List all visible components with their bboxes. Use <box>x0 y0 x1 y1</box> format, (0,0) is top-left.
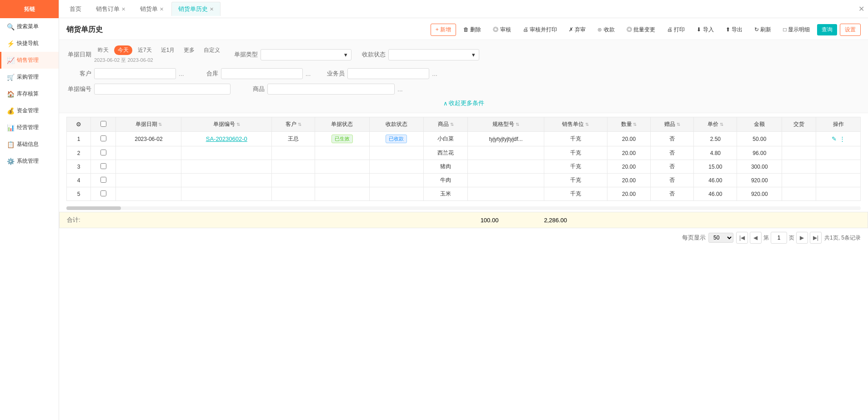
new-button[interactable]: + 新增 <box>431 24 456 36</box>
sidebar-item-finance[interactable]: 💰 资金管理 <box>0 102 59 119</box>
date-chip-7days[interactable]: 近7天 <box>134 45 156 55</box>
sidebar-item-sales-mgmt[interactable]: 📈 销售管理 <box>0 52 59 69</box>
select-all-checkbox[interactable] <box>100 121 106 127</box>
col-settings[interactable]: ⚙ <box>67 117 91 132</box>
date-chip-more[interactable]: 更多 <box>180 45 198 55</box>
query-button[interactable]: 查询 <box>817 24 837 35</box>
page-size-select[interactable]: 50 100 200 <box>708 233 733 243</box>
row-select-checkbox[interactable] <box>100 190 106 196</box>
scrollbar-thumb[interactable] <box>66 206 121 210</box>
sidebar-item-basic-info[interactable]: 📋 基础信息 <box>0 136 59 153</box>
date-chip-1month[interactable]: 近1月 <box>157 45 179 55</box>
row-select-checkbox[interactable] <box>100 135 106 141</box>
prev-page-button[interactable]: ◀ <box>750 232 762 244</box>
page-number-input[interactable] <box>771 232 787 244</box>
row-pay-status <box>369 146 423 160</box>
import-button[interactable]: ⬇ 导入 <box>692 24 718 35</box>
col-spec[interactable]: 规格型号 <box>468 117 544 132</box>
first-page-button[interactable]: |◀ <box>736 232 748 244</box>
row-select-checkbox[interactable] <box>100 150 106 155</box>
warehouse-input[interactable] <box>221 68 303 79</box>
collect-button[interactable]: ⊙ 收款 <box>593 24 619 35</box>
row-doc-no[interactable] <box>181 146 272 160</box>
inventory-icon: 🏠 <box>7 90 14 98</box>
tab-close-icon[interactable]: ✕ <box>121 6 125 12</box>
next-page-button[interactable]: ▶ <box>796 232 808 244</box>
row-goods: 玉米 <box>424 187 468 201</box>
row-doc-no[interactable]: SA-20230602-0 <box>181 132 272 146</box>
row-checkbox[interactable] <box>91 146 116 160</box>
row-doc-no[interactable] <box>181 187 272 201</box>
col-date[interactable]: 单据日期 <box>116 117 181 132</box>
collapse-filter-button[interactable]: ∧ 收起更多条件 <box>66 99 861 107</box>
date-chip-today[interactable]: 今天 <box>114 45 132 55</box>
col-doc-status[interactable]: 单据状态 <box>315 117 369 132</box>
more-action-link[interactable]: ⋮ <box>839 135 845 142</box>
row-checkbox[interactable] <box>91 132 116 146</box>
sidebar-item-sys-mgmt[interactable]: ⚙️ 系统管理 <box>0 153 59 170</box>
settings-button[interactable]: 设置 <box>840 24 861 36</box>
customer-input[interactable] <box>94 68 176 79</box>
sidebar-item-quick-nav[interactable]: ⚡ 快捷导航 <box>0 35 59 52</box>
staff-input[interactable] <box>347 68 429 79</box>
abandon-button[interactable]: ✗ 弃审 <box>564 24 590 35</box>
pay-status-select[interactable]: ▾ <box>388 49 479 60</box>
horizontal-scrollbar[interactable] <box>66 206 861 210</box>
doc-no-link[interactable]: SA-20230602-0 <box>206 135 247 142</box>
col-gift[interactable]: 赠品 <box>651 117 694 132</box>
refresh-button[interactable]: ↻ 刷新 <box>750 24 776 35</box>
sidebar-item-search-menu[interactable]: 🔍 搜索菜单 <box>0 18 59 35</box>
col-unit[interactable]: 销售单位 <box>544 117 607 132</box>
delete-button[interactable]: 🗑 删除 <box>459 24 486 35</box>
sidebar-item-operations[interactable]: 📊 经营管理 <box>0 119 59 136</box>
tab-sales-goods[interactable]: 销货单 ✕ <box>133 2 171 16</box>
row-select-checkbox[interactable] <box>100 177 106 183</box>
goods-input[interactable] <box>267 84 395 95</box>
audit-button[interactable]: ◎ 审核 <box>488 24 515 35</box>
col-customer[interactable]: 客户 <box>272 117 315 132</box>
goods-lookup-icon[interactable]: ... <box>397 85 403 93</box>
sidebar-item-purchase-mgmt[interactable]: 🛒 采购管理 <box>0 69 59 85</box>
warehouse-lookup-icon[interactable]: ... <box>306 70 311 77</box>
row-doc-no[interactable] <box>181 160 272 174</box>
customer-lookup-icon[interactable]: ... <box>179 70 184 77</box>
tab-sales-order[interactable]: 销售订单 ✕ <box>89 2 132 16</box>
settings-icon[interactable]: ⚙ <box>76 121 81 128</box>
sidebar-item-inventory[interactable]: 🏠 库存核算 <box>0 85 59 102</box>
col-delivery[interactable]: 交货 <box>782 117 816 132</box>
tab-sales-history[interactable]: 销货单历史 ✕ <box>171 2 221 16</box>
row-doc-no[interactable] <box>181 174 272 187</box>
col-goods[interactable]: 商品 <box>424 117 468 132</box>
col-qty[interactable]: 数量 <box>607 117 650 132</box>
print-button[interactable]: 🖨 打印 <box>662 24 689 35</box>
batch-change-button[interactable]: ◎ 批量变更 <box>622 24 660 35</box>
last-page-button[interactable]: ▶| <box>810 232 822 244</box>
tab-close-icon[interactable]: ✕ <box>160 6 164 12</box>
edit-action-link[interactable]: ✎ <box>832 135 837 142</box>
col-doc-no[interactable]: 单据编号 <box>181 117 272 132</box>
col-amount[interactable]: 金额 <box>737 117 782 132</box>
row-select-checkbox[interactable] <box>100 163 106 169</box>
tab-close-icon[interactable]: ✕ <box>210 6 214 12</box>
table-scroll[interactable]: ⚙ 单据日期 单据编号 客户 单据状态 收款状态 商品 规格型号 销售单位 数量… <box>66 117 861 201</box>
row-checkbox[interactable] <box>91 174 116 187</box>
audit-print-button[interactable]: 🖨 审核并打印 <box>518 24 562 35</box>
close-all-tabs-button[interactable]: ✕ <box>858 5 864 13</box>
export-button[interactable]: ⬆ 导出 <box>721 24 747 35</box>
staff-lookup-icon[interactable]: ... <box>432 70 437 77</box>
row-price: 46.00 <box>694 174 737 187</box>
row-checkbox[interactable] <box>91 160 116 174</box>
date-chip-yesterday[interactable]: 昨天 <box>94 45 112 55</box>
col-price[interactable]: 单价 <box>694 117 737 132</box>
doc-no-input[interactable] <box>94 84 231 95</box>
col-pay-status[interactable]: 收款状态 <box>369 117 423 132</box>
tab-home[interactable]: 首页 <box>63 2 88 16</box>
col-checkbox[interactable] <box>91 117 116 132</box>
toolbar: + 新增 🗑 删除 ◎ 审核 🖨 审核并打印 ✗ 弃审 ⊙ 收款 ◎ 批量变更 … <box>431 24 861 36</box>
show-details-button[interactable]: □ 显示明细 <box>778 24 814 35</box>
row-amount: 50.00 <box>737 132 782 146</box>
row-checkbox[interactable] <box>91 187 116 201</box>
doc-type-select[interactable]: ▾ <box>261 49 351 60</box>
chevron-down-icon: ▾ <box>344 51 347 58</box>
date-chip-custom[interactable]: 自定义 <box>200 45 224 55</box>
